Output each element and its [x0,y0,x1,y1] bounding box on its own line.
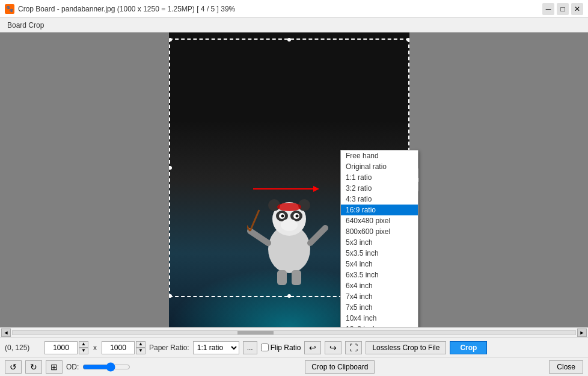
ratio-option-5x4inch[interactable]: 5x4 inch [341,259,418,270]
od-slider[interactable] [82,362,130,372]
ratio-option-800x600[interactable]: 800x600 pixel [341,226,418,237]
height-input[interactable]: 1000 [102,341,135,354]
size-separator: x [93,344,97,352]
ratio-option-16x9[interactable]: 16:9 ratio [341,205,418,215]
menu-item-board-crop[interactable]: Board Crop [2,20,49,31]
ratio-dropdown-menu[interactable]: Free hand Original ratio 1:1 ratio 3:2 r… [340,150,418,327]
ratio-option-3x2[interactable]: 3:2 ratio [341,183,418,194]
toolbar2: ↺ ↻ ⊞ OD: Crop to Clipboard Close [0,357,588,376]
hscroll-left-button[interactable]: ◄ [1,328,11,337]
ratio-option-5x35inch[interactable]: 5x3.5 inch [341,248,418,259]
coordinates-display: (0, 125) [5,344,41,352]
horizontal-scrollbar[interactable]: ◄ ► [0,327,588,337]
ratio-option-7x4inch[interactable]: 7x4 inch [341,291,418,302]
crop-handle-ml[interactable] [169,166,172,170]
crop-handle-tc[interactable] [287,38,291,42]
svg-point-16 [277,203,301,211]
ratio-option-4x3[interactable]: 4:3 ratio [341,194,418,205]
window-title: Crop Board - pandabanner.jpg (1000 x 125… [18,5,235,13]
svg-point-9 [281,219,298,231]
maximize-button[interactable]: □ [557,3,569,15]
arrow-indicator [253,186,319,192]
crop-handle-tl[interactable] [169,38,172,42]
minimize-button[interactable]: ─ [542,3,554,15]
svg-point-6 [281,215,284,218]
main-area: Free hand Original ratio 1:1 ratio 3:2 r… [0,32,588,327]
crop-to-clipboard-button[interactable]: Crop to Clipboard [305,360,375,374]
nav-right-button[interactable]: ↪ [325,341,341,354]
crop-button[interactable]: Crop [450,341,487,354]
image-container: Free hand Original ratio 1:1 ratio 3:2 r… [169,32,409,327]
arrow-line [253,188,313,190]
flip-ratio-input[interactable] [261,344,269,351]
window-controls: ─ □ ✕ [542,3,583,15]
flip-ratio-label: Flip Ratio [271,344,301,352]
menubar: Board Crop [0,18,588,32]
fullscreen-button[interactable]: ⛶ [345,341,362,354]
rotate-cw-button[interactable]: ↻ [25,360,42,374]
ratio-option-1x1[interactable]: 1:1 ratio [341,172,418,183]
width-spinner: ▲ ▼ [79,341,88,354]
svg-line-13 [310,228,325,243]
ratio-option-original[interactable]: Original ratio [341,161,418,172]
bottom-toolbar: (0, 125) 1000 ▲ ▼ x 1000 ▲ ▼ Paper Ratio… [0,337,588,357]
canvas-area[interactable]: Free hand Original ratio 1:1 ratio 3:2 r… [0,32,588,327]
ratio-option-10x8inch[interactable]: 10x8 inch [341,324,418,327]
svg-rect-17 [277,270,287,285]
arrow-head [313,186,319,192]
ratio-option-10x4inch[interactable]: 10x4 inch [341,313,418,324]
close-button[interactable]: Close [549,360,583,374]
width-input[interactable]: 1000 [44,341,78,354]
hscroll-track[interactable] [12,330,576,335]
width-up-button[interactable]: ▲ [79,341,88,348]
height-up-button[interactable]: ▲ [136,341,145,348]
more-options-button[interactable]: ... [243,341,257,354]
svg-line-12 [250,231,268,243]
width-input-group: 1000 ▲ ▼ [44,341,88,354]
lossless-crop-to-file-button[interactable]: Lossless Crop to File [366,341,446,354]
rotate-ccw-button[interactable]: ↺ [5,360,22,374]
hscroll-thumb[interactable] [237,331,274,334]
od-label: OD: [66,363,79,371]
svg-line-15 [250,210,259,231]
nav-left-button[interactable]: ↩ [304,341,321,354]
height-down-button[interactable]: ▼ [136,348,145,354]
flip-ratio-checkbox[interactable]: Flip Ratio [261,344,301,352]
ratio-option-640x480[interactable]: 640x480 pixel [341,215,418,226]
height-spinner: ▲ ▼ [136,341,145,354]
app-icon: 🐾 [5,4,14,14]
ratio-option-6x35inch[interactable]: 6x3.5 inch [341,270,418,280]
titlebar: 🐾 Crop Board - pandabanner.jpg (1000 x 1… [0,0,588,18]
ratio-option-6x4inch[interactable]: 6x4 inch [341,280,418,291]
hscroll-right-button[interactable]: ► [577,328,587,337]
paper-ratio-select[interactable]: 1:1 ratio 2:3 ratio 3:4 ratio 16:9 ratio [193,341,239,354]
width-down-button[interactable]: ▼ [79,348,88,354]
ratio-option-5x3inch[interactable]: 5x3 inch [341,237,418,248]
ratio-option-7x5inch[interactable]: 7x5 inch [341,302,418,313]
ratio-option-freehand[interactable]: Free hand [341,150,418,161]
svg-point-7 [296,215,299,218]
grid-button[interactable]: ⊞ [46,360,63,374]
svg-rect-18 [292,270,301,285]
close-window-button[interactable]: ✕ [571,3,583,15]
crop-handle-tr[interactable] [406,38,409,42]
titlebar-left: 🐾 Crop Board - pandabanner.jpg (1000 x 1… [5,4,235,14]
height-input-group: 1000 ▲ ▼ [102,341,145,354]
paper-ratio-label: Paper Ratio: [149,344,189,352]
